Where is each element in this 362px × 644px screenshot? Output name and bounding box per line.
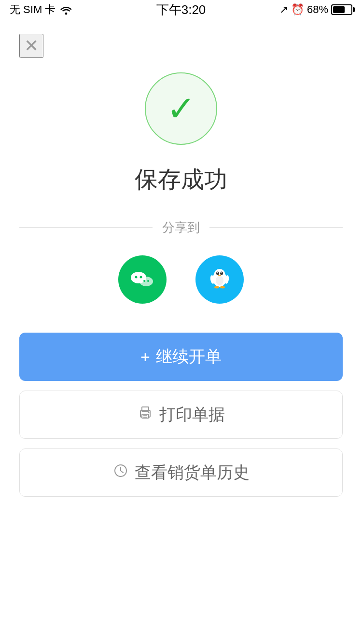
- status-bar: 无 SIM 卡 下午3:20 ↗ ⏰ 68%: [0, 0, 362, 19]
- svg-point-9: [220, 272, 223, 275]
- alarm-icon: ⏰: [291, 3, 304, 16]
- history-label: 查看销货单历史: [135, 462, 250, 484]
- wechat-share-button[interactable]: [118, 255, 167, 304]
- share-line-left: [19, 227, 153, 228]
- svg-point-8: [216, 272, 219, 275]
- plus-icon: +: [140, 348, 150, 366]
- print-label: 打印单据: [159, 404, 225, 426]
- checkmark-icon: ✓: [167, 91, 195, 126]
- status-right: ↗ ⏰ 68%: [279, 3, 352, 16]
- battery-percent: 68%: [307, 3, 328, 16]
- share-line-right: [209, 227, 343, 228]
- print-button[interactable]: 打印单据: [19, 391, 343, 439]
- svg-point-23: [148, 412, 150, 413]
- status-left: 无 SIM 卡: [10, 2, 73, 17]
- continue-label: 继续开单: [156, 346, 222, 368]
- svg-point-11: [221, 272, 222, 273]
- print-icon: [137, 405, 153, 425]
- svg-line-26: [121, 471, 123, 473]
- wifi-icon: [59, 4, 73, 15]
- buttons-section: + 继续开单 打印单据: [19, 333, 343, 497]
- qq-icon: [205, 265, 234, 294]
- svg-rect-20: [142, 414, 149, 418]
- svg-point-2: [135, 276, 138, 279]
- location-icon: ↗: [279, 3, 288, 16]
- share-label: 分享到: [162, 219, 200, 236]
- history-button[interactable]: 查看销货单历史: [19, 448, 343, 497]
- share-icons: [118, 255, 244, 304]
- continue-button[interactable]: + 继续开单: [19, 333, 343, 381]
- qq-share-button[interactable]: [195, 255, 244, 304]
- success-title: 保存成功: [135, 164, 227, 195]
- svg-point-14: [214, 286, 219, 289]
- share-divider: 分享到: [19, 219, 343, 236]
- svg-point-5: [147, 280, 149, 282]
- svg-point-13: [216, 276, 223, 285]
- close-icon: ✕: [24, 37, 39, 55]
- svg-point-10: [217, 272, 218, 273]
- svg-point-15: [220, 286, 225, 289]
- main-content: ✕ ✓ 保存成功 分享到: [0, 19, 362, 644]
- svg-point-3: [140, 276, 142, 279]
- success-circle: ✓: [145, 72, 217, 145]
- svg-point-4: [143, 280, 145, 282]
- battery-icon: [331, 4, 352, 15]
- status-time: 下午3:20: [156, 1, 206, 18]
- history-icon: [112, 462, 129, 483]
- wechat-icon: [128, 265, 157, 294]
- carrier-text: 无 SIM 卡: [10, 2, 56, 17]
- battery-fill: [333, 6, 345, 13]
- close-button[interactable]: ✕: [19, 34, 43, 58]
